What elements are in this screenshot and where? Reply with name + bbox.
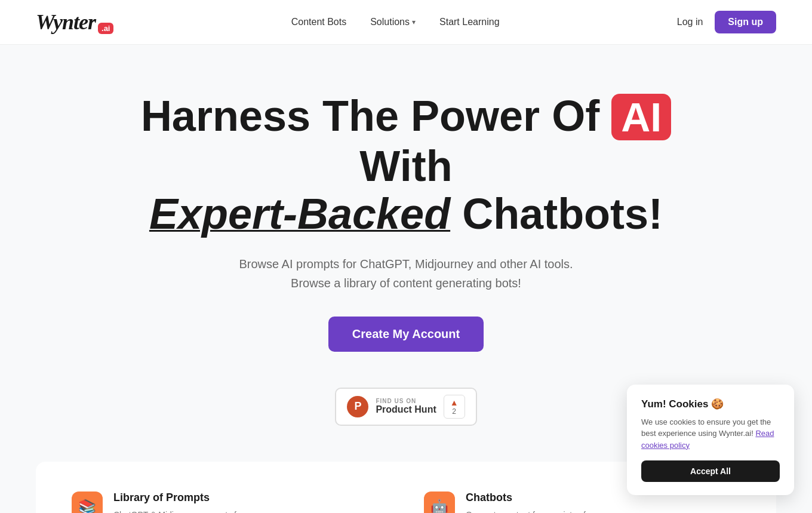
navbar: Wynter.ai Content Bots Solutions ▾ Start… xyxy=(0,0,812,45)
find-us-on-label: FIND US ON xyxy=(376,398,436,404)
product-hunt-text: FIND US ON Product Hunt xyxy=(376,398,436,415)
product-hunt-vote[interactable]: ▲ 2 xyxy=(444,395,465,419)
logo[interactable]: Wynter.ai xyxy=(36,10,113,35)
nav-actions: Log in Sign up xyxy=(677,11,776,33)
product-hunt-icon: P xyxy=(347,396,368,417)
feature-library-content: Library of Prompts ChatGPT & Midjourney … xyxy=(113,492,251,513)
create-account-button[interactable]: Create My Account xyxy=(328,317,484,352)
product-hunt-badge[interactable]: P FIND US ON Product Hunt ▲ 2 xyxy=(335,388,476,426)
feature-chatbots-desc: Generate content for a variety of xyxy=(466,509,586,513)
feature-chatbots-content: Chatbots Generate content for a variety … xyxy=(466,492,586,513)
vote-count: 2 xyxy=(452,407,456,416)
nav-solutions[interactable]: Solutions ▾ xyxy=(370,17,416,27)
nav-links: Content Bots Solutions ▾ Start Learning xyxy=(291,17,500,27)
nav-start-learning[interactable]: Start Learning xyxy=(439,17,500,27)
signup-button[interactable]: Sign up xyxy=(715,11,776,33)
feature-library-title: Library of Prompts xyxy=(113,492,251,504)
feature-chatbots-title: Chatbots xyxy=(466,492,586,504)
logo-ai-badge: .ai xyxy=(98,23,113,34)
chatbots-icon: 🤖 xyxy=(424,492,455,513)
ai-badge: AI xyxy=(611,94,671,141)
logo-text: Wynter xyxy=(36,10,96,35)
feature-library-of-prompts: 📚 Library of Prompts ChatGPT & Midjourne… xyxy=(72,492,388,513)
chevron-down-icon: ▾ xyxy=(412,18,416,26)
hero-title: Harness The Power Of AI With Expert-Back… xyxy=(137,93,675,238)
feature-library-desc: ChatGPT & Midjourney prompts from xyxy=(113,509,251,513)
cookie-text: We use cookies to ensure you get the bes… xyxy=(641,416,780,451)
product-hunt-name: Product Hunt xyxy=(376,404,436,415)
nav-content-bots[interactable]: Content Bots xyxy=(291,17,347,27)
cookie-title: Yum! Cookies 🍪 xyxy=(641,398,780,410)
hero-subtitle: Browse AI prompts for ChatGPT, Midjourne… xyxy=(221,254,591,293)
login-button[interactable]: Log in xyxy=(677,17,703,27)
library-prompts-icon: 📚 xyxy=(72,492,103,513)
upvote-arrow-icon: ▲ xyxy=(450,398,459,407)
cookie-notice: Yum! Cookies 🍪 We use cookies to ensure … xyxy=(627,385,794,496)
accept-cookies-button[interactable]: Accept All xyxy=(641,460,780,482)
